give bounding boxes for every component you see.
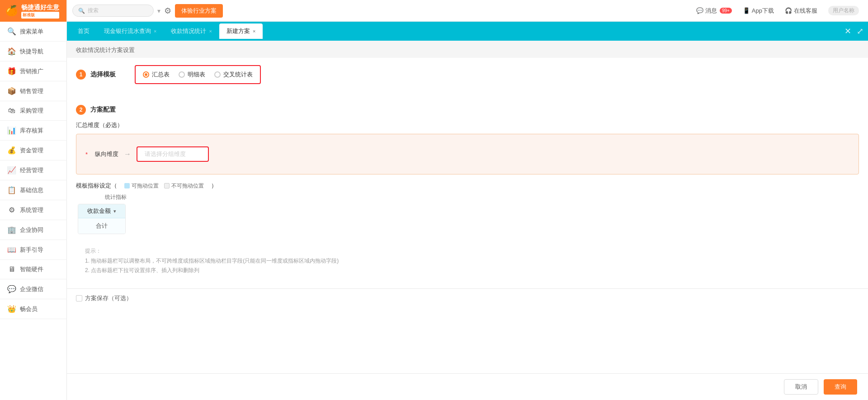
- tab-bank-close[interactable]: ×: [154, 28, 156, 34]
- tab-home[interactable]: 首页: [71, 24, 97, 39]
- legend-fixed: 不可拖动位置: [164, 182, 204, 190]
- home-icon: 🏠: [7, 47, 16, 56]
- tips-title: 提示：: [85, 248, 101, 254]
- summary-label: 汇总表: [152, 71, 170, 79]
- indicator-col-header[interactable]: 收款金额 ▾: [78, 204, 125, 218]
- sidebar-item-label: 库存核算: [20, 127, 43, 135]
- required-star: *: [85, 151, 88, 158]
- download-action[interactable]: 📱 App下载: [739, 7, 778, 15]
- sidebar-item-marketing[interactable]: 🎁 营销推广: [0, 61, 66, 81]
- sidebar-item-member[interactable]: 👑 畅会员: [0, 299, 66, 319]
- dimension-area: * 纵向维度 → 请选择分组维度: [76, 134, 859, 174]
- tab-new-plan[interactable]: 新建方案 ×: [219, 24, 263, 39]
- gift-icon: 🎁: [7, 67, 16, 75]
- message-icon: 💬: [696, 7, 703, 14]
- sidebar-item-label: 系统管理: [20, 206, 43, 214]
- sidebar-item-quick-nav[interactable]: 🏠 快捷导航: [0, 42, 66, 61]
- indicator-settings: 模板指标设定（ 可拖动位置 不可拖动位置 ）: [76, 182, 859, 235]
- sidebar-item-system[interactable]: ⚙ 系统管理: [0, 200, 66, 220]
- main-area: 🔍 搜索 ▾ ⚙ 体验行业方案 💬 消息 99+ 📱 App下载 🎧 在线客服 …: [67, 0, 868, 400]
- sidebar-item-purchase[interactable]: 🛍 采购管理: [0, 101, 66, 121]
- system-icon: ⚙: [7, 206, 16, 214]
- dimension-select[interactable]: 请选择分组维度: [137, 146, 209, 162]
- indicator-legend: 可拖动位置 不可拖动位置: [124, 182, 204, 190]
- tab-home-label: 首页: [78, 27, 90, 35]
- vertical-dim-label: 纵向维度: [95, 150, 118, 158]
- sidebar-item-label: 经营管理: [20, 166, 43, 174]
- management-icon: 📈: [7, 166, 16, 174]
- sidebar-item-label: 销售管理: [20, 87, 43, 95]
- indicator-table: 收款金额 ▾ 合计: [78, 204, 126, 234]
- sidebar-item-management[interactable]: 📈 经营管理: [0, 160, 66, 180]
- tab-collection[interactable]: 收款情况统计 ×: [164, 24, 219, 39]
- indicator-col-dropdown-icon[interactable]: ▾: [113, 208, 116, 214]
- tab-collection-close[interactable]: ×: [209, 28, 212, 34]
- topbar-dropdown-icon[interactable]: ▾: [157, 7, 160, 14]
- content-area: 收款情况统计方案设置 1 选择模板 汇总表 明细表: [67, 41, 868, 400]
- sidebar-item-label: 企业协同: [20, 226, 43, 234]
- service-action[interactable]: 🎧 在线客服: [781, 7, 821, 15]
- query-button[interactable]: 查询: [824, 379, 857, 395]
- page-content: 收款情况统计方案设置 1 选择模板 汇总表 明细表: [67, 41, 868, 400]
- template-cross-radio[interactable]: 交叉统计表: [214, 71, 253, 79]
- search-placeholder-text: 搜索: [88, 7, 99, 14]
- sidebar-item-wechat[interactable]: 💬 企业微信: [0, 279, 66, 299]
- tab-close-all-icon[interactable]: ✕: [844, 25, 852, 37]
- save-label: 方案保存（可选）: [85, 294, 132, 302]
- fixed-label: 不可拖动位置: [171, 182, 204, 190]
- cross-radio-circle: [214, 71, 221, 78]
- logo-text: 畅捷通好生意: [21, 4, 59, 12]
- checkbox-box: [76, 295, 82, 301]
- basic-info-icon: 📋: [7, 186, 16, 194]
- enterprise-icon: 🏢: [7, 226, 16, 234]
- tab-bank[interactable]: 现金银行流水查询 ×: [97, 24, 164, 39]
- template-detail-radio[interactable]: 明细表: [179, 71, 205, 79]
- tab-new-plan-close[interactable]: ×: [253, 28, 255, 34]
- message-action[interactable]: 💬 消息 99+: [693, 7, 736, 15]
- download-label: App下载: [752, 7, 774, 15]
- purchase-icon: 🛍: [7, 107, 16, 115]
- step2-section: 2 方案配置 汇总维度（必选） * 纵向维度 → 请选择分组维度: [67, 98, 868, 288]
- user-action[interactable]: 用户名称: [825, 6, 863, 15]
- gear-icon[interactable]: ⚙: [164, 6, 171, 16]
- sidebar-item-label: 营销推广: [20, 67, 43, 75]
- sidebar-item-label: 采购管理: [20, 107, 43, 115]
- sidebar-item-guide[interactable]: 📖 新手引导: [0, 240, 66, 260]
- service-icon: 🎧: [785, 7, 792, 14]
- step1-title: 选择模板: [90, 71, 116, 79]
- sidebar-item-label: 智能硬件: [20, 265, 43, 273]
- logo-icon: 🍊: [5, 5, 18, 17]
- sidebar-item-sales[interactable]: 📦 销售管理: [0, 81, 66, 101]
- tip-item-2: 2. 点击标题栏下拉可设置排序、插入列和删除列: [85, 266, 850, 276]
- tab-expand-icon[interactable]: ⤢: [856, 25, 864, 37]
- wechat-icon: 💬: [7, 285, 16, 293]
- service-label: 在线客服: [794, 7, 817, 15]
- topbar: 🔍 搜索 ▾ ⚙ 体验行业方案 💬 消息 99+ 📱 App下载 🎧 在线客服 …: [67, 0, 868, 22]
- template-summary-radio[interactable]: 汇总表: [143, 71, 170, 79]
- indicator-header: 模板指标设定（ 可拖动位置 不可拖动位置 ）: [76, 182, 859, 190]
- search-icon: 🔍: [78, 8, 85, 14]
- dimension-row: * 纵向维度 → 请选择分组维度: [85, 146, 209, 162]
- sidebar-item-finance[interactable]: 💰 资金管理: [0, 141, 66, 160]
- sidebar-item-search-menu[interactable]: 🔍 搜索菜单: [0, 22, 66, 42]
- legend-draggable: 可拖动位置: [124, 182, 159, 190]
- sidebar-item-label: 畅会员: [20, 305, 38, 313]
- step2-number: 2: [76, 105, 86, 115]
- save-option-checkbox[interactable]: 方案保存（可选）: [76, 294, 132, 302]
- logo-badge: 标准版: [21, 12, 59, 19]
- sidebar-item-inventory[interactable]: 📊 库存核算: [0, 121, 66, 141]
- action-bar: 取消 查询: [67, 373, 868, 400]
- cancel-button[interactable]: 取消: [784, 379, 818, 395]
- sidebar-item-basic-info[interactable]: 📋 基础信息: [0, 180, 66, 200]
- sidebar-item-enterprise[interactable]: 🏢 企业协同: [0, 220, 66, 240]
- dimension-select-placeholder: 请选择分组维度: [145, 151, 186, 157]
- guide-icon: 📖: [7, 245, 16, 254]
- sidebar-item-smart-hardware[interactable]: 🖥 智能硬件: [0, 260, 66, 279]
- step1-header: 1 选择模板 汇总表 明细表 交叉统计表: [76, 65, 859, 84]
- industry-btn[interactable]: 体验行业方案: [175, 4, 223, 18]
- search-bar[interactable]: 🔍 搜索: [72, 5, 154, 17]
- step2-title: 方案配置: [90, 106, 116, 114]
- tip-item-1: 1. 拖动标题栏可以调整布局，不可跨维度或指标区域拖动栏目字段(只能在同一维度或…: [85, 256, 850, 266]
- summary-radio-circle: [143, 71, 149, 78]
- tab-new-plan-label: 新建方案: [226, 27, 250, 35]
